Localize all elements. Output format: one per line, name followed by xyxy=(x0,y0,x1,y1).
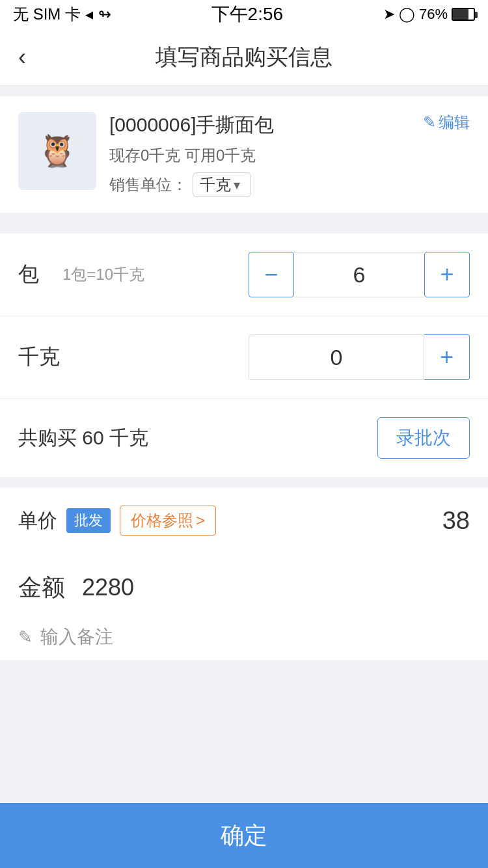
remark-icon: ✎ xyxy=(18,627,33,647)
summary-text: 共购买 60 千克 xyxy=(18,425,148,452)
kilogram-label: 千克 xyxy=(18,343,60,372)
summary-row: 共购买 60 千克 录批次 xyxy=(0,399,488,477)
kilogram-increment-button[interactable]: + xyxy=(424,334,470,380)
location-icon: ➤ xyxy=(383,6,395,23)
package-increment-button[interactable]: + xyxy=(424,252,470,297)
package-label: 包 xyxy=(18,260,57,289)
nav-bar: ‹ 填写商品购买信息 xyxy=(0,29,488,86)
product-thumbnail: 🦉 xyxy=(18,112,96,190)
no-sim-label: 无 SIM 卡 ◂ xyxy=(13,4,93,25)
back-button[interactable]: ‹ xyxy=(18,44,26,71)
kilogram-row: 千克 + xyxy=(0,316,488,399)
price-value: 38 xyxy=(442,507,470,535)
alarm-icon: ◯ xyxy=(399,6,415,23)
price-section: 单价 批发 价格参照 > 38 xyxy=(0,487,488,554)
status-right: ➤ ◯ 76% xyxy=(383,6,475,23)
quantity-section: 包 1包=10千克 − + 千克 + xyxy=(0,234,488,399)
kilogram-controls: + xyxy=(249,334,470,380)
divider-1 xyxy=(0,213,488,223)
battery-label: 76% xyxy=(419,6,448,23)
remark-text: 输入备注 xyxy=(40,625,113,649)
price-badge: 批发 xyxy=(66,508,111,533)
amount-section: 金额 2280 ✎ 输入备注 xyxy=(0,554,488,660)
package-controls: − + xyxy=(249,252,470,297)
dropdown-arrow-icon: ▾ xyxy=(234,177,240,193)
status-left: 无 SIM 卡 ◂ ↬ xyxy=(13,4,111,25)
product-section: 🦉 [0000006]手撕面包 现存0千克 可用0千克 销售单位： 千克 ▾ ✎… xyxy=(0,96,488,213)
wifi-icon: ↬ xyxy=(98,5,111,23)
unit-select[interactable]: 千克 ▾ xyxy=(193,172,251,197)
kilogram-input[interactable] xyxy=(249,334,424,380)
price-ref-button[interactable]: 价格参照 > xyxy=(120,506,216,536)
amount-text: 金额 2280 xyxy=(18,572,470,604)
package-row: 包 1包=10千克 − + xyxy=(0,234,488,316)
package-input[interactable] xyxy=(294,252,424,297)
confirm-button[interactable]: 确定 xyxy=(0,803,488,868)
package-hint: 1包=10千克 xyxy=(62,264,249,285)
product-image-icon: 🦉 xyxy=(38,133,77,169)
divider-2 xyxy=(0,477,488,487)
product-stock: 现存0千克 可用0千克 xyxy=(109,145,470,166)
battery-icon xyxy=(452,8,475,21)
price-ref-label: 价格参照 xyxy=(131,510,193,531)
edit-icon: ✎ xyxy=(423,113,436,131)
product-unit-row: 销售单位： 千克 ▾ xyxy=(109,172,470,197)
product-info: [0000006]手撕面包 现存0千克 可用0千克 销售单位： 千克 ▾ xyxy=(109,112,470,197)
product-name: [0000006]手撕面包 xyxy=(109,112,470,139)
status-bar: 无 SIM 卡 ◂ ↬ 下午2:56 ➤ ◯ 76% xyxy=(0,0,488,29)
package-decrement-button[interactable]: − xyxy=(249,252,294,297)
unit-label: 销售单位： xyxy=(109,174,187,195)
edit-button[interactable]: ✎ 编辑 xyxy=(423,112,470,133)
status-time: 下午2:56 xyxy=(211,2,284,27)
batch-button[interactable]: 录批次 xyxy=(377,417,470,459)
price-label: 单价 xyxy=(18,508,57,534)
remark-row[interactable]: ✎ 输入备注 xyxy=(18,614,470,660)
page-title: 填写商品购买信息 xyxy=(156,42,332,72)
price-ref-arrow-icon: > xyxy=(196,511,205,530)
